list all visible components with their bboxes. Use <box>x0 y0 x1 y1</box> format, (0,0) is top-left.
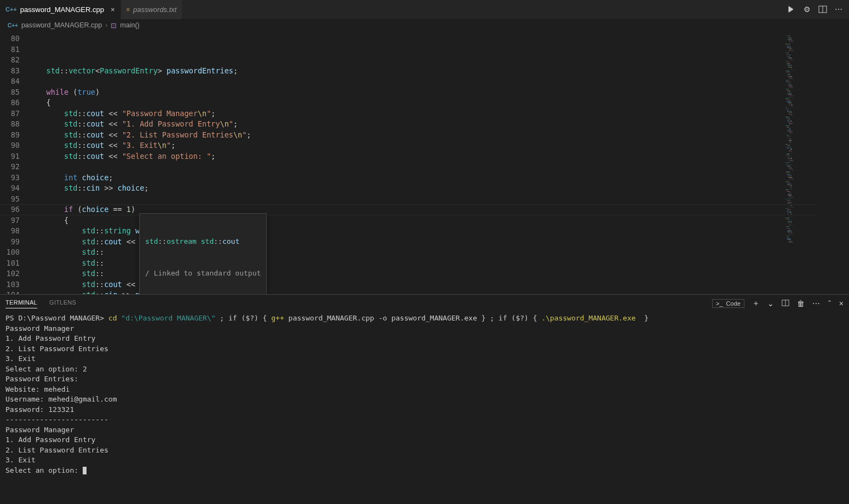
terminal-icon: >_ <box>716 300 723 307</box>
line-number: 84 <box>0 76 20 87</box>
chevron-up-icon[interactable]: ˄ <box>828 299 831 308</box>
chevron-right-icon: › <box>105 21 107 29</box>
line-number: 104 <box>0 290 20 294</box>
tab-actions: ⚙ ⋯ <box>779 5 849 14</box>
code-editor[interactable]: std::vector<PasswordEntry> passwordEntri… <box>28 31 783 294</box>
close-icon[interactable]: × <box>111 5 115 14</box>
line-number: 94 <box>0 183 20 194</box>
code-line[interactable]: while (true) <box>28 87 783 98</box>
line-number: 91 <box>0 151 20 162</box>
terminal-profile-label: Code <box>726 300 741 307</box>
minimap[interactable]: ▬ ▬▬ ▬▬▬ ▬ ▬▬▬ ▬▬▬▬ ▬ ▬ ▬▬ ▬▬▬ ▬▬▬ ▬ ▬▬ … <box>783 31 849 294</box>
code-line[interactable] <box>28 194 783 205</box>
line-number: 83 <box>0 66 20 77</box>
line-number: 81 <box>0 44 20 55</box>
symbol-hover-tooltip: std::ostream std::cout / Linked to stand… <box>139 213 267 294</box>
panel-bar: TERMINAL GITLENS >_ Code ＋ ⌄ 🗑 ⋯ ˄ × <box>0 294 849 312</box>
line-number: 98 <box>0 226 20 237</box>
code-line[interactable]: { <box>28 98 783 108</box>
tab-terminal[interactable]: TERMINAL <box>5 299 37 308</box>
terminal-cursor <box>83 467 87 474</box>
code-line[interactable] <box>28 76 783 87</box>
new-terminal-icon[interactable]: ＋ <box>752 299 760 308</box>
line-number: 87 <box>0 108 20 119</box>
tab-label: passwords.txt <box>133 5 176 14</box>
line-number: 99 <box>0 237 20 248</box>
more-icon[interactable]: ⋯ <box>812 299 820 308</box>
panel-tabs: TERMINAL GITLENS <box>5 299 76 308</box>
kill-terminal-icon[interactable]: 🗑 <box>797 299 805 308</box>
code-line[interactable]: std::cout << "Select an option: "; <box>28 151 783 162</box>
tab-label: password_MANAGER.cpp <box>20 5 104 14</box>
line-number: 85 <box>0 87 20 98</box>
split-editor-icon[interactable] <box>818 5 827 14</box>
line-number: 97 <box>0 215 20 226</box>
line-number: 88 <box>0 119 20 130</box>
line-number: 102 <box>0 268 20 279</box>
tab-cpp[interactable]: C++ password_MANAGER.cpp × <box>0 0 121 19</box>
line-number: 80 <box>0 33 20 44</box>
line-number: 90 <box>0 140 20 151</box>
tab-gitlens[interactable]: GITLENS <box>49 299 76 308</box>
code-line[interactable]: std::cin >> choice; <box>28 183 783 194</box>
breadcrumb[interactable]: C++ password_MANAGER.cpp › ⊡ main() <box>0 19 849 31</box>
line-gutter: 8081828384858687888990919293949596979899… <box>0 31 28 294</box>
code-line[interactable]: int choice; <box>28 173 783 184</box>
line-number: 101 <box>0 258 20 269</box>
code-line[interactable] <box>28 162 783 173</box>
editor-area[interactable]: 8081828384858687888990919293949596979899… <box>0 31 849 294</box>
line-number: 95 <box>0 194 20 205</box>
symbol-method-icon: ⊡ <box>111 21 117 30</box>
more-icon[interactable]: ⋯ <box>835 5 842 14</box>
cpp-icon: C++ <box>8 22 18 28</box>
breadcrumb-file: password_MANAGER.cpp <box>21 21 102 29</box>
svg-marker-0 <box>789 7 793 13</box>
terminal-output-text: Password Manager 1. Add Password Entry 2… <box>5 324 117 474</box>
terminal-output[interactable]: PS D:\Password MANAGER> cd "d:\Password … <box>0 312 849 504</box>
gear-icon[interactable]: ⚙ <box>804 5 811 14</box>
terminal-profile-selector[interactable]: >_ Code <box>712 299 744 308</box>
file-icon: ≡ <box>127 6 130 13</box>
chevron-down-icon[interactable]: ⌄ <box>767 299 774 308</box>
tab-txt[interactable]: ≡ passwords.txt <box>121 0 183 19</box>
hover-doc: / Linked to standard output <box>145 268 261 278</box>
tab-bar: C++ password_MANAGER.cpp × ≡ passwords.t… <box>0 0 849 19</box>
panel-actions: >_ Code ＋ ⌄ 🗑 ⋯ ˄ × <box>712 299 844 308</box>
line-number: 93 <box>0 173 20 184</box>
code-line[interactable]: std::cout << "2. List Password Entries\n… <box>28 130 783 141</box>
line-number: 82 <box>0 55 20 66</box>
line-number: 103 <box>0 279 20 290</box>
line-number: 89 <box>0 130 20 141</box>
line-number: 86 <box>0 98 20 108</box>
split-terminal-icon[interactable] <box>782 299 789 308</box>
code-line[interactable]: std::vector<PasswordEntry> passwordEntri… <box>28 66 783 77</box>
code-line[interactable]: std::cout << "3. Exit\n"; <box>28 140 783 151</box>
breadcrumb-symbol: main() <box>120 21 139 29</box>
cpp-icon: C++ <box>5 6 17 13</box>
hover-signature: std::ostream std::cout <box>145 237 261 247</box>
terminal-command-line: PS D:\Password MANAGER> cd "d:\Password … <box>5 313 844 324</box>
code-line[interactable]: std::cout << "1. Add Password Entry\n"; <box>28 119 783 130</box>
run-with-debug-icon[interactable] <box>786 5 796 14</box>
close-panel-icon[interactable]: × <box>839 299 844 308</box>
code-line[interactable]: std::cout << "Password Manager\n"; <box>28 108 783 119</box>
line-number: 100 <box>0 247 20 258</box>
line-number: 92 <box>0 162 20 173</box>
